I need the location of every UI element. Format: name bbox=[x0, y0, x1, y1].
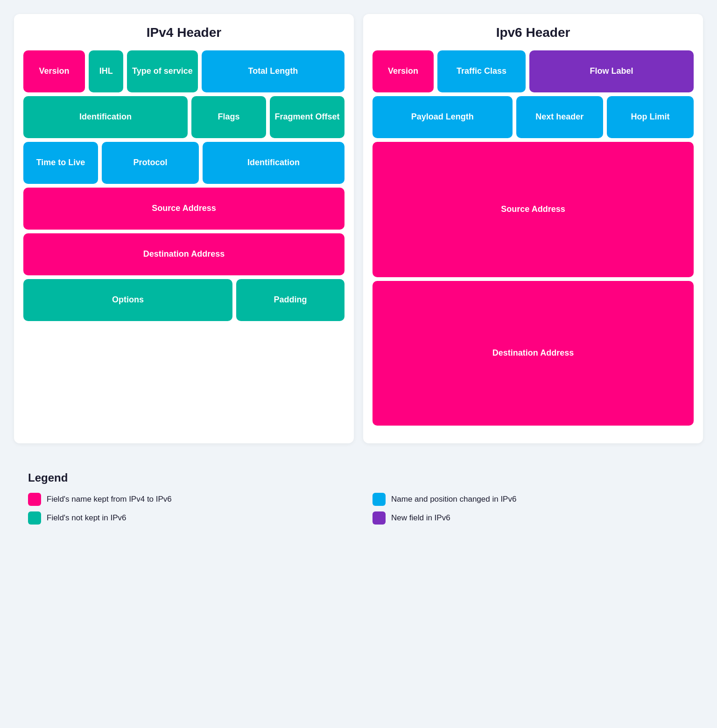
legend-grid: Field's name kept from IPv4 to IPv6 Name… bbox=[28, 493, 689, 525]
ipv4-protocol: Protocol bbox=[102, 142, 199, 184]
ipv6-title: Ipv6 Header bbox=[373, 25, 694, 40]
ipv6-source-address: Source Address bbox=[373, 142, 694, 277]
legend-label-purple: New field in IPv6 bbox=[391, 513, 450, 523]
main-container: IPv4 Header Version IHL Type of service … bbox=[14, 14, 703, 443]
ipv6-hop-limit: Hop Limit bbox=[607, 96, 694, 138]
legend-section: Legend Field's name kept from IPv4 to IP… bbox=[14, 462, 703, 534]
ipv4-row-2: Identification Flags Fragment Offset bbox=[23, 96, 344, 138]
ipv6-next-header: Next header bbox=[516, 96, 603, 138]
ipv4-row-1: Version IHL Type of service Total Length bbox=[23, 50, 344, 92]
legend-title: Legend bbox=[28, 471, 689, 484]
legend-label-blue: Name and position changed in IPv6 bbox=[391, 495, 516, 504]
ipv6-panel: Ipv6 Header Version Traffic Class Flow L… bbox=[363, 14, 703, 443]
ipv4-row-3: Time to Live Protocol Identification bbox=[23, 142, 344, 184]
ipv4-identification: Identification bbox=[23, 96, 188, 138]
legend-item-pink: Field's name kept from IPv4 to IPv6 bbox=[28, 493, 344, 506]
ipv6-version: Version bbox=[373, 50, 434, 92]
ipv4-title: IPv4 Header bbox=[23, 25, 344, 40]
legend-color-purple bbox=[373, 511, 386, 525]
ipv4-version: Version bbox=[23, 50, 85, 92]
ipv4-options: Options bbox=[23, 279, 232, 321]
ipv4-type-of-service: Type of service bbox=[127, 50, 197, 92]
ipv4-panel: IPv4 Header Version IHL Type of service … bbox=[14, 14, 354, 443]
legend-item-blue: Name and position changed in IPv6 bbox=[373, 493, 689, 506]
ipv4-flags: Flags bbox=[191, 96, 266, 138]
ipv4-fragment-offset: Fragment Offset bbox=[270, 96, 344, 138]
ipv4-ttl: Time to Live bbox=[23, 142, 98, 184]
ipv4-total-length: Total Length bbox=[202, 50, 344, 92]
ipv6-row-1: Version Traffic Class Flow Label bbox=[373, 50, 694, 92]
legend-label-pink: Field's name kept from IPv4 to IPv6 bbox=[47, 495, 172, 504]
ipv4-ihl: IHL bbox=[89, 50, 123, 92]
ipv6-destination-address: Destination Address bbox=[373, 281, 694, 426]
ipv4-row-5: Destination Address bbox=[23, 233, 344, 275]
ipv4-destination-address: Destination Address bbox=[23, 233, 344, 275]
legend-color-blue bbox=[373, 493, 386, 506]
ipv6-row-3: Source Address bbox=[373, 142, 694, 277]
legend-item-purple: New field in IPv6 bbox=[373, 511, 689, 525]
ipv6-row-4: Destination Address bbox=[373, 281, 694, 426]
ipv6-traffic-class: Traffic Class bbox=[437, 50, 526, 92]
ipv4-row-4: Source Address bbox=[23, 188, 344, 230]
legend-item-teal: Field's not kept in IPv6 bbox=[28, 511, 344, 525]
legend-color-pink bbox=[28, 493, 41, 506]
ipv4-source-address: Source Address bbox=[23, 188, 344, 230]
ipv4-padding: Padding bbox=[236, 279, 344, 321]
legend-label-teal: Field's not kept in IPv6 bbox=[47, 513, 127, 523]
legend-color-teal bbox=[28, 511, 41, 525]
ipv4-row-6: Options Padding bbox=[23, 279, 344, 321]
ipv4-header-checksum: Identification bbox=[203, 142, 344, 184]
ipv6-payload-length: Payload Length bbox=[373, 96, 513, 138]
ipv6-flow-label: Flow Label bbox=[529, 50, 694, 92]
ipv6-row-2: Payload Length Next header Hop Limit bbox=[373, 96, 694, 138]
